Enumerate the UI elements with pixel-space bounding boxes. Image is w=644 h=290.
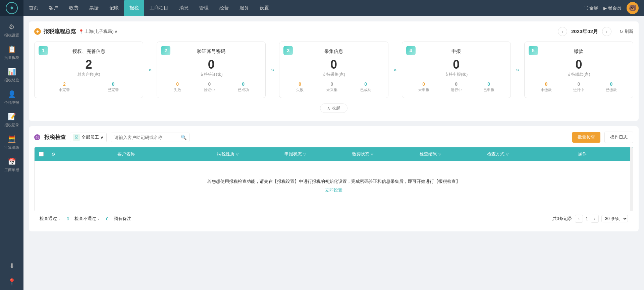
current-month: 2023年02月 xyxy=(571,28,598,35)
main-content: + 报税流程总览 📍 上海(电子税局) ∨ ‹ 2023年02月 › ↻ 刷新 … xyxy=(23,16,644,290)
avatar[interactable]: 🐻 xyxy=(627,2,639,14)
collapse-button[interactable]: ∧ 收起 xyxy=(320,103,347,113)
card-stat-4-2[interactable]: 0 已申报 xyxy=(483,81,494,92)
stat-num-4-0: 0 xyxy=(422,81,425,87)
location-selector[interactable]: 📍 上海(电子税局) ∨ xyxy=(78,28,118,34)
fullscreen-button[interactable]: ⛶ 全屏 xyxy=(584,5,598,11)
card-stat-3-2[interactable]: 0 已成功 xyxy=(360,81,371,92)
card-stat-5-0[interactable]: 0 未缴款 xyxy=(541,81,552,92)
scrollbar[interactable] xyxy=(630,147,633,211)
filter-icon-4: ▽ xyxy=(438,152,441,156)
download-icon: ⬇ xyxy=(7,261,16,271)
tax-overview-icon: 📊 xyxy=(7,67,16,76)
card-stat-2-1[interactable]: 0 验证中 xyxy=(204,81,215,92)
fullscreen-icon: ⛶ xyxy=(584,6,588,11)
card-stat-2-0[interactable]: 0 失败 xyxy=(174,81,181,92)
prev-month-button[interactable]: ‹ xyxy=(558,27,567,36)
sidebar-item-tax-settings[interactable]: ⚙ 报税设置 xyxy=(0,19,23,41)
pagination: 共0条记录 ‹ 1 › 30 条/页 xyxy=(552,215,628,223)
select-all-checkbox[interactable] xyxy=(39,152,44,156)
logo[interactable]: ✦ xyxy=(0,0,23,16)
pass-count[interactable]: 0 xyxy=(67,216,69,221)
card-stat-4-0[interactable]: 0 未申报 xyxy=(418,81,429,92)
nav-manage[interactable]: 管理 xyxy=(194,0,214,16)
stat-num-2-1: 0 xyxy=(208,81,211,87)
sidebar-item-personal-tax[interactable]: 👤 个税申报 xyxy=(0,86,23,108)
stat-label-4-0: 未申报 xyxy=(418,87,429,92)
nav-service[interactable]: 服务 xyxy=(234,0,254,16)
flow-card-3: 3 采集信息 0 支持采集(家) 0 失败 0 未采集 0 已成功 xyxy=(279,42,388,98)
nav-business[interactable]: 工商项目 xyxy=(144,0,174,16)
card-stats-2: 0 失败 0 验证中 0 已成功 xyxy=(162,81,260,92)
month-navigation: ‹ 2023年02月 › xyxy=(558,27,611,36)
sidebar-item-annual-report[interactable]: 📅 工商年报 xyxy=(0,153,23,176)
stat-num-5-0: 0 xyxy=(545,81,547,87)
sidebar-item-download[interactable]: ⬇ xyxy=(0,258,23,274)
flow-cards: 1 授权、完善信息 2 总客户数(家) 2 未完善 0 已完善 » xyxy=(34,42,633,98)
next-page-button[interactable]: › xyxy=(591,215,599,223)
current-page: 1 xyxy=(586,216,588,221)
table-footer: 检查通过： 0 检查不通过： 0 囧有备注 共0条记录 ‹ 1 › 30 条/页 xyxy=(34,211,633,226)
card-title-1: 授权、完善信息 xyxy=(40,49,138,55)
search-input[interactable] xyxy=(111,133,178,142)
sidebar-item-settlement[interactable]: 🧮 汇算清缴 xyxy=(0,131,23,153)
nav-tax[interactable]: 报税 xyxy=(124,0,144,16)
search-button[interactable]: 🔍 xyxy=(178,133,189,142)
prev-page-button[interactable]: ‹ xyxy=(575,215,583,223)
card-stat-2-2[interactable]: 0 已成功 xyxy=(238,81,249,92)
member-button[interactable]: ▶ 畅会员 xyxy=(603,5,621,11)
play-icon: ▶ xyxy=(603,6,607,11)
sidebar-item-tax-overview[interactable]: 📊 报税总览 xyxy=(0,64,23,86)
card-sub-label-3: 支持采集(家) xyxy=(285,72,382,77)
refresh-button[interactable]: ↻ 刷新 xyxy=(620,28,633,34)
card-main-num-3: 0 xyxy=(285,57,382,72)
nav-message[interactable]: 消息 xyxy=(174,0,194,16)
employee-select[interactable]: 囧 全部员工 ∨ xyxy=(70,133,107,142)
th-tax-nature[interactable]: 纳税性质 ▽ xyxy=(194,151,261,157)
card-stat-5-1[interactable]: 0 进行中 xyxy=(573,81,584,92)
batch-check-button[interactable]: 批量检查 xyxy=(572,132,600,143)
stat-num-2-0: 0 xyxy=(176,81,179,87)
th-checkbox[interactable] xyxy=(35,152,48,156)
stat-num-4-2: 0 xyxy=(487,81,490,87)
table-header: ⚙ 客户名称 纳税性质 ▽ 申报状态 ▽ 缴费状态 ▽ 检查结果 xyxy=(35,147,633,161)
card-stat-4-1[interactable]: 0 进行中 xyxy=(451,81,462,92)
card-stat-5-2[interactable]: 0 已缴款 xyxy=(606,81,617,92)
card-main-num-2: 0 xyxy=(162,57,260,72)
sidebar-item-location[interactable]: 📍 xyxy=(0,274,23,290)
step-badge-4: 4 xyxy=(406,46,416,55)
filter-icon-5: ▽ xyxy=(506,152,508,156)
th-gear[interactable]: ⚙ xyxy=(48,152,59,157)
card-stat-1-1[interactable]: 0 已完善 xyxy=(108,81,119,92)
fail-count[interactable]: 0 xyxy=(106,216,108,221)
next-month-button[interactable]: › xyxy=(602,27,611,36)
stat-num-1-1: 0 xyxy=(112,81,114,87)
sidebar-item-batch-tax[interactable]: 📋 批量报税 xyxy=(0,41,23,64)
card-stat-3-0[interactable]: 0 失败 xyxy=(296,81,304,92)
operation-log-button[interactable]: 操作日志 xyxy=(604,132,633,143)
nav-home[interactable]: 首页 xyxy=(23,0,44,16)
th-check-method[interactable]: 检查方式 ▽ xyxy=(464,151,531,157)
nav-accounting[interactable]: 记账 xyxy=(104,0,124,16)
search-box: 🔍 xyxy=(111,133,190,142)
stat-num-3-2: 0 xyxy=(364,81,367,87)
nav-operation[interactable]: 经营 xyxy=(214,0,234,16)
th-pay-status[interactable]: 缴费状态 ▽ xyxy=(329,151,396,157)
nav-customer[interactable]: 客户 xyxy=(44,0,64,16)
stat-num-1-0: 2 xyxy=(63,81,66,87)
th-declare-status[interactable]: 申报状态 ▽ xyxy=(261,151,329,157)
flow-arrow-1: » xyxy=(143,42,157,98)
setup-link[interactable]: 立即设置 xyxy=(325,188,342,193)
th-check-result[interactable]: 检查结果 ▽ xyxy=(396,151,464,157)
nav-invoice[interactable]: 票据 xyxy=(84,0,104,16)
nav-settings[interactable]: 设置 xyxy=(254,0,274,16)
page-size-select[interactable]: 30 条/页 xyxy=(601,215,628,222)
card-stat-1-0[interactable]: 2 未完善 xyxy=(59,81,70,92)
card-stat-3-1[interactable]: 0 未采集 xyxy=(326,81,337,92)
annual-report-icon: 📅 xyxy=(7,157,16,166)
stat-label-5-0: 未缴款 xyxy=(541,87,552,92)
sidebar-item-tax-record[interactable]: 📝 报税记录 xyxy=(0,108,23,131)
card-main-num-4: 0 xyxy=(408,57,505,72)
stat-label-3-1: 未采集 xyxy=(326,87,337,92)
nav-fee[interactable]: 收费 xyxy=(64,0,84,16)
